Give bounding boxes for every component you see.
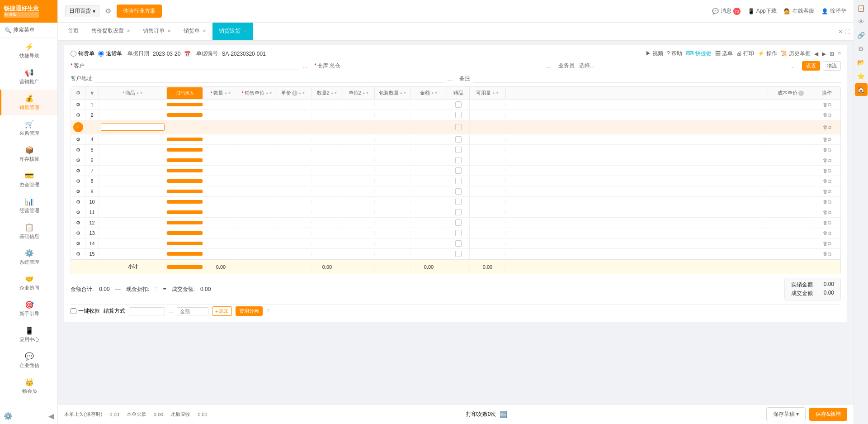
row-unit[interactable] [239, 148, 275, 152]
row-qty[interactable] [203, 158, 239, 162]
sidebar-item-finance[interactable]: 💳 资金管理 [0, 167, 57, 193]
gift-checkbox[interactable] [455, 147, 462, 153]
row-barcode[interactable] [167, 190, 203, 193]
row-pkg[interactable] [375, 200, 411, 204]
row-unit[interactable] [239, 221, 275, 224]
row-price[interactable] [275, 113, 311, 117]
row-pkg[interactable] [375, 231, 411, 235]
row-gear[interactable]: ⚙ [71, 176, 85, 186]
row-unit2[interactable] [343, 252, 375, 256]
trial-btn[interactable]: 体验行业方案 [117, 5, 162, 18]
row-barcode[interactable] [167, 103, 203, 106]
gift-checkbox[interactable] [455, 157, 462, 163]
user-profile-btn[interactable]: 👤 徐泽华 [821, 7, 846, 15]
copy-icon[interactable]: ⧉ [828, 251, 831, 257]
next-record-icon[interactable]: ▶ [822, 51, 826, 57]
row-unit2[interactable] [343, 179, 375, 183]
sidebar-settings-icon[interactable]: ⚙️ [4, 412, 13, 420]
row-qty[interactable] [203, 200, 239, 204]
row-amount[interactable] [411, 179, 447, 183]
row-qty2[interactable] [311, 210, 343, 214]
row-cost[interactable] [768, 221, 813, 224]
row-pkg[interactable] [375, 103, 411, 106]
row-gift[interactable] [447, 166, 470, 176]
row-qty[interactable] [203, 210, 239, 214]
add-fee-btn[interactable]: + 添加 [212, 306, 232, 316]
help-btn[interactable]: ? 帮助 [667, 50, 682, 57]
tab-sales-return[interactable]: 销货退货 ✕ [212, 23, 253, 40]
row-qty[interactable] [203, 169, 239, 172]
row-qty2[interactable] [311, 148, 343, 152]
row-qty2[interactable] [311, 169, 343, 172]
row-gift[interactable] [447, 145, 470, 155]
row-unit[interactable] [239, 210, 275, 214]
row-barcode[interactable] [167, 210, 203, 214]
row-product[interactable] [99, 242, 167, 245]
row-amount[interactable] [411, 169, 447, 172]
print-btn[interactable]: 🖨 打印 [736, 50, 754, 57]
row-avail[interactable] [470, 169, 506, 172]
doc-type-return-radio[interactable] [98, 51, 104, 57]
delete-icon[interactable]: 🗑 [823, 124, 828, 130]
row-barcode[interactable] [167, 252, 203, 256]
delete-icon[interactable]: 🗑 [823, 112, 828, 118]
logistics-btn[interactable]: 物流 [823, 61, 841, 71]
row-gift[interactable] [447, 110, 470, 120]
rp-icon-5[interactable]: 📂 [855, 56, 868, 69]
row-cost[interactable] [768, 158, 813, 162]
operate-btn[interactable]: ⚡ 操作 [758, 50, 777, 57]
gift-checkbox[interactable] [455, 101, 462, 108]
row-cost[interactable] [768, 148, 813, 152]
tab-close-icon[interactable]: ✕ [203, 29, 206, 33]
row-unit[interactable] [239, 231, 275, 235]
row-barcode[interactable] [167, 138, 203, 141]
delete-icon[interactable]: 🗑 [823, 137, 828, 142]
row-price[interactable] [275, 221, 311, 224]
tab-close-all-icon[interactable]: ✕ [838, 29, 843, 35]
row-product[interactable] [99, 200, 167, 204]
row-gear[interactable]: ⚙ [71, 166, 85, 176]
row-product[interactable] [99, 113, 167, 117]
row-gift[interactable] [447, 238, 470, 248]
row-amount[interactable] [411, 103, 447, 106]
avail-sort[interactable]: ▲▼ [492, 91, 499, 95]
row-amount[interactable] [411, 231, 447, 235]
doc-type-return[interactable]: 退货单 [98, 50, 122, 57]
row-qty[interactable] [203, 179, 239, 183]
row-product[interactable] [99, 231, 167, 235]
row-barcode[interactable] [167, 231, 203, 235]
industry-selector[interactable]: 日用百货 ▾ [65, 5, 99, 17]
row-avail[interactable] [470, 103, 506, 106]
row-pkg[interactable] [375, 113, 411, 117]
row-avail[interactable] [470, 148, 506, 152]
delete-icon[interactable]: 🗑 [823, 168, 828, 173]
topbar-gear-icon[interactable]: ⚙ [105, 7, 111, 15]
row-qty[interactable] [203, 231, 239, 235]
delete-icon[interactable]: 🗑 [823, 189, 828, 194]
row-avail[interactable] [470, 158, 506, 162]
sidebar-item-operation[interactable]: 📊 经营管理 [0, 193, 57, 219]
row-qty2[interactable] [311, 113, 343, 117]
row-avail[interactable] [470, 125, 506, 129]
sidebar-item-inventory[interactable]: 📦 库存核算 [0, 141, 57, 167]
rp-icon-7[interactable]: 🏠 [855, 83, 868, 96]
one-click-checkbox[interactable]: 一键收款 [71, 307, 100, 315]
amount-input[interactable] [177, 307, 208, 315]
tab-price-settings[interactable]: 售价提取设置 ✕ [85, 23, 137, 40]
row-product[interactable] [99, 169, 167, 172]
tab-sales-delivery[interactable]: 销货单 ✕ [177, 23, 212, 40]
copy-icon[interactable]: ⧉ [828, 210, 831, 215]
online-service-btn[interactable]: 💁 在线客服 [784, 7, 814, 15]
addr-ellipsis[interactable]: ... [448, 76, 452, 82]
row-barcode[interactable] [167, 221, 203, 224]
row-unit[interactable] [239, 252, 275, 256]
row-amount[interactable] [411, 200, 447, 204]
sidebar-item-purchase-mgmt[interactable]: 🛒 采购管理 [0, 115, 57, 141]
tab-maximize-icon[interactable]: ⛶ [844, 29, 850, 35]
row-unit[interactable] [239, 103, 275, 106]
row-product[interactable] [99, 122, 167, 133]
row-unit2[interactable] [343, 148, 375, 152]
gift-checkbox[interactable] [455, 136, 462, 143]
row-avail[interactable] [470, 138, 506, 141]
fee-help-icon[interactable]: ? [266, 308, 269, 314]
